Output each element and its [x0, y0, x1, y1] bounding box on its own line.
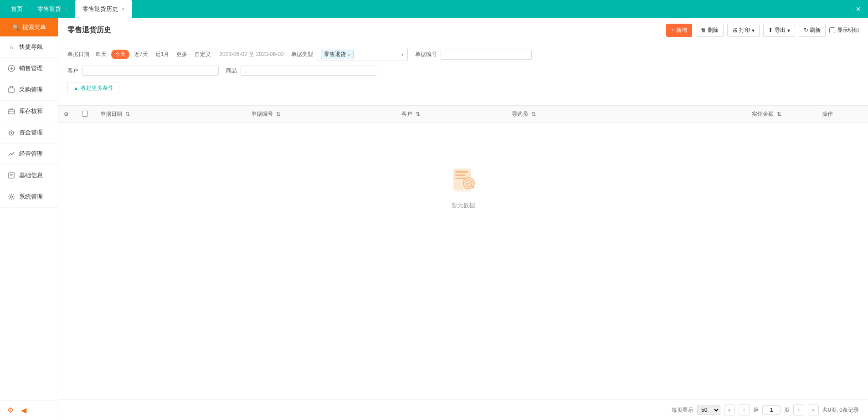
- customer-input[interactable]: ...: [82, 66, 219, 76]
- sidebar-item-inventory[interactable]: 库存核算: [0, 101, 58, 122]
- date-filter: 单据日期 昨天 今天 近7天 近1月 更多 自定义 2023-06-02 至 2…: [67, 50, 284, 59]
- settings-bottom-icon[interactable]: ⚙: [7, 406, 14, 415]
- col-number[interactable]: 单据编号 ⇅: [246, 106, 396, 123]
- first-page-btn[interactable]: «: [724, 405, 735, 415]
- doc-type-tag: 零售退货 ×: [321, 50, 354, 59]
- sidebar-item-purchase[interactable]: 采购管理: [0, 79, 58, 101]
- page-title-bar: 零售退货历史 + 新增 🗑 删除 🖨 打印 ▾ ⬆ 导出 ▾ ↻ 刷新: [67, 24, 859, 37]
- col-guide[interactable]: 导购员 ⇅: [506, 106, 637, 123]
- base-info-icon: [7, 171, 15, 179]
- sidebar-item-finance[interactable]: 资金管理: [0, 122, 58, 143]
- operations-icon: [7, 150, 15, 158]
- export-dropdown-icon: ▾: [787, 27, 790, 34]
- page-unit: 页: [784, 406, 790, 414]
- doc-number-input[interactable]: [441, 50, 532, 60]
- data-table: ⚙ 单据日期 ⇅ 单据编号 ⇅: [58, 106, 868, 246]
- col-checkbox[interactable]: [77, 106, 95, 123]
- home-icon: ⌂: [7, 43, 15, 51]
- table-wrapper: ⚙ 单据日期 ⇅ 单据编号 ⇅: [58, 106, 868, 420]
- col-date[interactable]: 单据日期 ⇅: [95, 106, 246, 123]
- sidebar-item-system[interactable]: 系统管理: [0, 186, 58, 208]
- sidebar-item-base-info[interactable]: 基础信息: [0, 165, 58, 186]
- date-range-btns: 昨天 今天 近7天 近1月 更多 自定义: [93, 50, 214, 59]
- tab-home[interactable]: 首页: [4, 0, 30, 18]
- sort-customer-icon: ⇅: [416, 111, 420, 118]
- sidebar: 🔍 搜索菜单 ⌂ 快捷导航 销售管理 采购管理 库存核算: [0, 18, 58, 420]
- add-button[interactable]: + 新增: [666, 24, 692, 37]
- sort-amount-icon: ⇅: [777, 111, 781, 118]
- page-size-select[interactable]: 50 10 20 100: [697, 405, 720, 415]
- goods-filter: 商品 ...: [226, 66, 377, 76]
- collapse-icon: ▲: [73, 85, 79, 92]
- delete-button[interactable]: 🗑 删除: [696, 24, 724, 37]
- svg-rect-9: [455, 174, 465, 176]
- date-btn-yesterday[interactable]: 昨天: [93, 50, 109, 59]
- page-label: 第: [753, 406, 759, 414]
- filter-row-2: 客户 ... 商品 ...: [67, 66, 859, 76]
- svg-rect-4: [9, 173, 14, 178]
- sort-date-icon: ⇅: [125, 111, 130, 118]
- sort-number-icon: ⇅: [276, 111, 281, 118]
- window-close-button[interactable]: ×: [848, 5, 868, 14]
- table-settings-icon[interactable]: ⚙: [64, 111, 69, 118]
- tab-retail-return[interactable]: 零售退货 ×: [30, 0, 75, 18]
- goods-input[interactable]: ...: [241, 66, 377, 76]
- svg-point-5: [10, 196, 13, 198]
- nav-tabs: 首页 零售退货 × 零售退货历史 ×: [4, 0, 848, 18]
- sidebar-item-quick-nav[interactable]: ⌂ 快捷导航: [0, 36, 58, 58]
- empty-state-icon: [445, 159, 482, 196]
- next-page-btn[interactable]: ›: [793, 405, 804, 415]
- doc-type-dropdown-icon: ▾: [401, 52, 404, 57]
- system-icon: [7, 193, 15, 201]
- sidebar-item-operations[interactable]: 经营管理: [0, 143, 58, 165]
- doc-type-tag-remove[interactable]: ×: [348, 52, 350, 57]
- inventory-icon: [7, 107, 15, 115]
- page-number-input[interactable]: [762, 405, 781, 415]
- filter-area: 单据日期 昨天 今天 近7天 近1月 更多 自定义 2023-06-02 至 2…: [67, 42, 859, 105]
- collapse-sidebar-icon[interactable]: ◀: [21, 406, 26, 415]
- close-tab-retail-return[interactable]: ×: [65, 6, 68, 12]
- sales-icon: [7, 64, 15, 72]
- total-info: 共0页, 0条记录: [822, 406, 859, 414]
- display-toggle[interactable]: 显示明细: [829, 26, 859, 34]
- empty-state: 暂无数据: [58, 123, 868, 246]
- goods-label: 商品: [226, 67, 237, 75]
- toolbar: + 新增 🗑 删除 🖨 打印 ▾ ⬆ 导出 ▾ ↻ 刷新 显示明细: [666, 24, 859, 37]
- svg-rect-1: [9, 88, 14, 92]
- table-body: 暂无数据: [58, 123, 868, 246]
- print-button[interactable]: 🖨 打印 ▾: [727, 24, 760, 37]
- col-settings[interactable]: ⚙: [58, 106, 77, 123]
- sidebar-bottom: ⚙ ◀: [0, 400, 58, 420]
- col-amount[interactable]: 实销金额 ⇅: [637, 106, 787, 123]
- table-header: ⚙ 单据日期 ⇅ 单据编号 ⇅: [58, 106, 868, 123]
- svg-rect-8: [455, 171, 468, 173]
- col-action: 操作: [787, 106, 868, 123]
- collapse-filter-btn[interactable]: ▲ 收起更多条件: [67, 82, 119, 94]
- doc-type-label: 单据类型: [291, 51, 313, 58]
- date-btn-7days[interactable]: 近7天: [131, 50, 151, 59]
- sort-guide-icon: ⇅: [531, 111, 536, 118]
- refresh-button[interactable]: ↻ 刷新: [799, 24, 826, 37]
- last-page-btn[interactable]: »: [808, 405, 819, 415]
- prev-page-btn[interactable]: ‹: [739, 405, 750, 415]
- sidebar-search[interactable]: 🔍 搜索菜单: [0, 18, 58, 36]
- top-nav: 首页 零售退货 × 零售退货历史 × ×: [0, 0, 868, 18]
- export-button[interactable]: ⬆ 导出 ▾: [763, 24, 795, 37]
- print-dropdown-icon: ▾: [752, 27, 755, 34]
- customer-label: 客户: [67, 67, 78, 75]
- select-all-checkbox[interactable]: [82, 111, 88, 117]
- sidebar-item-sales[interactable]: 销售管理: [0, 58, 58, 79]
- date-btn-more[interactable]: 更多: [174, 50, 190, 59]
- page-header: 零售退货历史 + 新增 🗑 删除 🖨 打印 ▾ ⬆ 导出 ▾ ↻ 刷新: [58, 18, 868, 106]
- date-filter-label: 单据日期: [67, 51, 89, 58]
- date-range-text: 2023-06-02 至 2023-06-02: [219, 51, 283, 58]
- doc-type-select[interactable]: 零售退货 × ▾: [317, 48, 408, 61]
- display-toggle-checkbox[interactable]: [829, 27, 835, 33]
- page-size-label: 每页显示: [672, 406, 693, 414]
- date-btn-today[interactable]: 今天: [111, 50, 129, 59]
- close-tab-retail-return-history[interactable]: ×: [122, 6, 125, 12]
- date-btn-1month[interactable]: 近1月: [153, 50, 172, 59]
- date-btn-custom[interactable]: 自定义: [192, 50, 214, 59]
- col-customer[interactable]: 客户 ⇅: [396, 106, 506, 123]
- tab-retail-return-history[interactable]: 零售退货历史 ×: [75, 0, 132, 18]
